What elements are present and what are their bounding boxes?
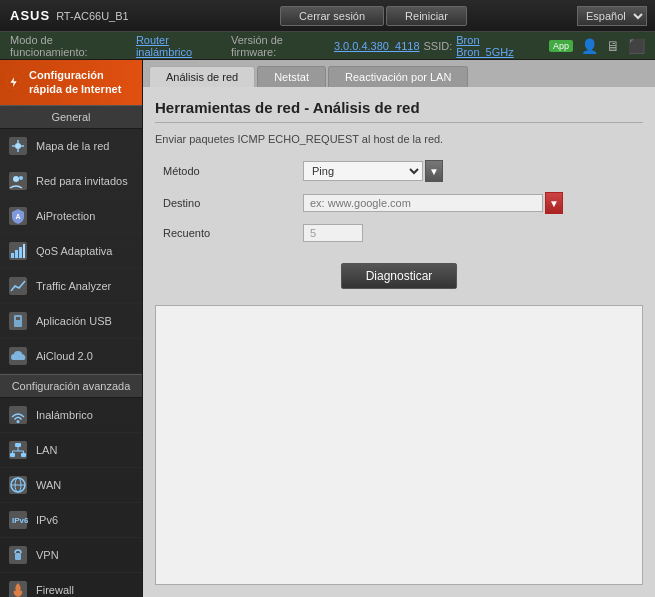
panel-description: Enviar paquetes ICMP ECHO_REQUEST al hos… <box>155 133 643 145</box>
ssid-2g-link[interactable]: Bron <box>456 34 479 46</box>
app-badge[interactable]: App <box>549 40 573 52</box>
svg-text:A: A <box>15 213 20 220</box>
svg-point-3 <box>15 143 21 149</box>
sidebar-item-label: Firewall <box>36 584 74 596</box>
firmware-label: Versión de firmware: <box>231 34 330 58</box>
sidebar-item-aicloud[interactable]: AiCloud 2.0 <box>0 339 142 374</box>
method-row: Método Ping ▼ <box>155 155 643 187</box>
lightning-icon <box>6 70 21 94</box>
diagnose-button[interactable]: Diagnosticar <box>341 263 458 289</box>
destination-label: Destino <box>155 187 295 219</box>
count-field <box>295 219 643 247</box>
ipv6-icon: IPv6 <box>8 510 28 530</box>
svg-point-9 <box>13 176 19 182</box>
panel: Herramientas de red - Análisis de red En… <box>143 87 655 597</box>
sidebar-item-qos[interactable]: QoS Adaptativa <box>0 234 142 269</box>
method-field: Ping ▼ <box>295 155 643 187</box>
sidebar-item-guest-network[interactable]: Red para invitados <box>0 164 142 199</box>
wireless-icon <box>8 405 28 425</box>
count-row: Recuento <box>155 219 643 247</box>
sidebar-item-label: AiProtection <box>36 210 95 222</box>
method-dropdown-arrow[interactable]: ▼ <box>425 160 443 182</box>
language-select[interactable]: Español <box>577 6 647 26</box>
sidebar-item-label: Mapa de la red <box>36 140 109 152</box>
sidebar-item-label: Inalámbrico <box>36 409 93 421</box>
traffic-icon <box>8 276 28 296</box>
reboot-button[interactable]: Reiniciar <box>386 6 467 26</box>
method-select[interactable]: Ping <box>303 161 423 181</box>
mode-link[interactable]: Router inalámbrico <box>136 34 227 58</box>
panel-title: Herramientas de red - Análisis de red <box>155 99 643 123</box>
destination-dropdown-arrow[interactable]: ▼ <box>545 192 563 214</box>
wan-icon <box>8 475 28 495</box>
output-textarea[interactable] <box>155 305 643 585</box>
count-input[interactable] <box>303 224 363 242</box>
top-nav: Cerrar sesión Reiniciar <box>170 6 577 26</box>
sidebar-item-traffic-analyzer[interactable]: Traffic Analyzer <box>0 269 142 304</box>
usb-icon: ⬛ <box>628 38 645 54</box>
sidebar-item-label: WAN <box>36 479 61 491</box>
sidebar-quick-setup[interactable]: Configuración rápida de Internet <box>0 60 142 105</box>
destination-input-wrap: ▼ <box>303 192 563 214</box>
guest-icon <box>8 171 28 191</box>
logo-area: ASUS RT-AC66U_B1 <box>0 8 170 23</box>
form-table: Método Ping ▼ Destino <box>155 155 643 247</box>
ssid-links: Bron Bron_5GHz <box>456 34 545 58</box>
svg-rect-21 <box>16 317 20 320</box>
sidebar-item-usb-app[interactable]: Aplicación USB <box>0 304 142 339</box>
destination-row: Destino ▼ <box>155 187 643 219</box>
quick-setup-label: Configuración rápida de Internet <box>29 68 136 97</box>
svg-text:IPv6: IPv6 <box>12 516 28 525</box>
tab-analysis[interactable]: Análisis de red <box>149 66 255 87</box>
shield-icon: A <box>8 206 28 226</box>
sidebar-item-aiprotection[interactable]: A AiProtection <box>0 199 142 234</box>
method-label: Método <box>155 155 295 187</box>
svg-rect-18 <box>9 277 27 295</box>
svg-rect-40 <box>15 553 21 560</box>
network-map-icon <box>8 136 28 156</box>
destination-field: ▼ <box>295 187 643 219</box>
usb-app-icon <box>8 311 28 331</box>
sidebar-item-vpn[interactable]: VPN <box>0 538 142 573</box>
ssid-label: SSID: <box>424 40 453 52</box>
sidebar-item-label: LAN <box>36 444 57 456</box>
sidebar-item-label: Aplicación USB <box>36 315 112 327</box>
sidebar-item-label: Red para invitados <box>36 175 128 187</box>
sidebar-item-ipv6[interactable]: IPv6 IPv6 <box>0 503 142 538</box>
svg-rect-26 <box>15 443 21 447</box>
content-area: Análisis de red Netstat Reactivación por… <box>143 60 655 597</box>
sidebar-item-label: Traffic Analyzer <box>36 280 111 292</box>
cloud-icon <box>8 346 28 366</box>
sidebar-item-network-map[interactable]: Mapa de la red <box>0 129 142 164</box>
svg-rect-27 <box>10 453 15 457</box>
qos-icon <box>8 241 28 261</box>
user-icon: 👤 <box>581 38 598 54</box>
tab-reactivation[interactable]: Reactivación por LAN <box>328 66 468 87</box>
svg-rect-20 <box>14 315 22 327</box>
destination-input[interactable] <box>303 194 543 212</box>
sidebar-item-label: IPv6 <box>36 514 58 526</box>
tab-netstat[interactable]: Netstat <box>257 66 326 87</box>
model-name: RT-AC66U_B1 <box>56 10 129 22</box>
sidebar: Configuración rápida de Internet General… <box>0 60 143 597</box>
vpn-icon <box>8 545 28 565</box>
asus-logo: ASUS <box>10 8 50 23</box>
sidebar-item-firewall[interactable]: Firewall <box>0 573 142 597</box>
sidebar-item-lan[interactable]: LAN <box>0 433 142 468</box>
svg-rect-28 <box>21 453 26 457</box>
info-bar: Modo de funcionamiento: Router inalámbri… <box>0 32 655 60</box>
top-bar: ASUS RT-AC66U_B1 Cerrar sesión Reiniciar… <box>0 0 655 32</box>
mode-label: Modo de funcionamiento: <box>10 34 132 58</box>
logout-button[interactable]: Cerrar sesión <box>280 6 384 26</box>
firmware-link[interactable]: 3.0.0.4.380_4118 <box>334 40 420 52</box>
svg-point-10 <box>19 176 23 180</box>
sidebar-item-wireless[interactable]: Inalámbrico <box>0 398 142 433</box>
svg-point-24 <box>17 420 20 423</box>
svg-rect-14 <box>11 253 14 258</box>
ssid-5g-link[interactable]: Bron_5GHz <box>456 46 513 58</box>
sidebar-item-label: VPN <box>36 549 59 561</box>
tab-bar: Análisis de red Netstat Reactivación por… <box>143 60 655 87</box>
svg-rect-16 <box>19 247 22 258</box>
red-dropdown-icon: ▼ <box>549 198 559 209</box>
sidebar-item-wan[interactable]: WAN <box>0 468 142 503</box>
